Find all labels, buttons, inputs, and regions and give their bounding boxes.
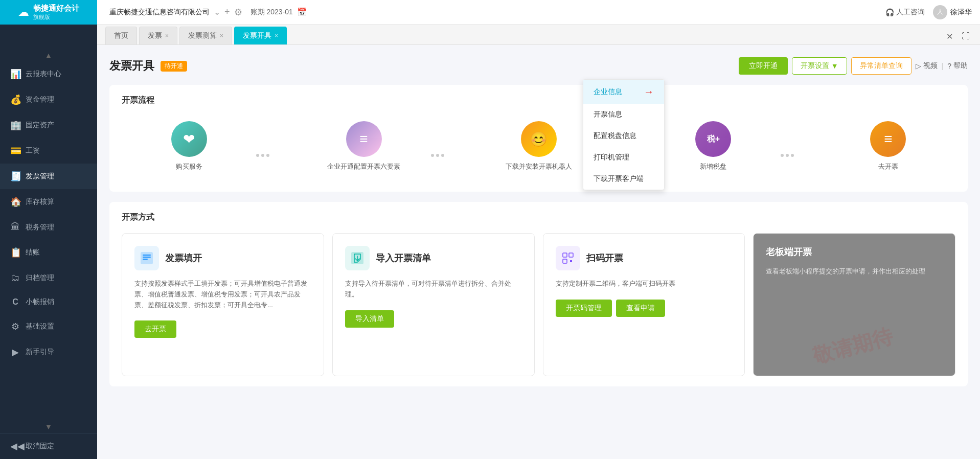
svg-rect-0 xyxy=(141,252,153,264)
import-list-button[interactable]: 导入清单 xyxy=(345,310,394,328)
methods-section-title: 开票方式 xyxy=(122,212,955,223)
payroll-icon: 💳 xyxy=(10,145,20,156)
tabs-bar: 首页 发票 × 发票测算 × 发票开具 × ✕ ⛶ xyxy=(97,25,980,45)
report-icon: C xyxy=(10,297,20,307)
tab-invoice-test-label: 发票测算 xyxy=(188,31,217,40)
svg-rect-2 xyxy=(143,257,151,258)
help-button[interactable]: ? 帮助 xyxy=(947,61,968,71)
flow-section-title: 开票流程 xyxy=(122,95,955,106)
qr-code-manage-button[interactable]: 开票码管理 xyxy=(556,300,612,317)
flow-step-download-label: 下载并安装开票机器人 xyxy=(506,162,572,171)
activate-button[interactable]: 立即开通 xyxy=(739,57,788,75)
sidebar-item-cloud-report[interactable]: 📊 云报表中心 xyxy=(0,61,97,87)
svg-rect-7 xyxy=(563,259,567,263)
flow-step-tax-disk-label: 新增税盘 xyxy=(700,162,726,171)
tab-home[interactable]: 首页 xyxy=(105,27,137,44)
method-boss-title: 老板端开票 xyxy=(766,246,812,258)
inventory-icon: 🏠 xyxy=(10,196,20,208)
flow-step-issue-label: 去开票 xyxy=(878,162,898,171)
header-actions: 立即开通 开票设置 ▼ 异常清单查询 ▷ 视频 | ? 帮助 xyxy=(739,57,968,75)
tab-maximize-button[interactable]: ⛶ xyxy=(960,30,972,42)
flow-section: 开票流程 ❤ 购买服务 xyxy=(109,85,968,192)
tab-invoice-issue[interactable]: 发票开具 × xyxy=(234,27,287,44)
sidebar-label-inventory: 库存核算 xyxy=(26,197,54,206)
sidebar-scroll-down[interactable]: ▼ xyxy=(0,421,97,433)
calendar-icon[interactable]: 📅 xyxy=(297,7,307,17)
sidebar-label-accounting: 结账 xyxy=(26,248,40,257)
sidebar-item-settings[interactable]: ⚙ 基础设置 xyxy=(0,314,97,339)
flow-step-tax-disk: 税+ 新增税盘 xyxy=(646,121,781,171)
method-card-scan: 扫码开票 支持定制开票二维码，客户端可扫码开票 开票码管理 查看申请 xyxy=(543,233,745,376)
accounting-icon: 📋 xyxy=(10,247,20,258)
view-apply-button[interactable]: 查看申请 xyxy=(616,300,665,317)
sidebar-label-payroll: 工资 xyxy=(26,146,40,155)
support-button[interactable]: 🎧 人工咨询 xyxy=(885,8,925,17)
sidebar-item-finance[interactable]: 💰 资金管理 xyxy=(0,87,97,112)
sidebar-item-assets[interactable]: 🏢 固定资产 xyxy=(0,112,97,138)
sidebar-item-invoice[interactable]: 🧾 发票管理 xyxy=(0,164,97,189)
settings-sidebar-icon: ⚙ xyxy=(10,321,20,332)
status-badge: 待开通 xyxy=(161,61,187,72)
tab-invoice-test[interactable]: 发票测算 × xyxy=(179,27,232,44)
method-card-import: 导入开票清单 支持导入待开票清单，可对待开票清单进行拆分、合并处理。 导入清单 xyxy=(332,233,535,376)
add-company-icon[interactable]: + xyxy=(224,7,230,17)
dropdown-item-company-info[interactable]: 企业信息 → xyxy=(583,80,664,104)
tab-invoice-test-close[interactable]: × xyxy=(220,32,223,39)
fill-invoice-button[interactable]: 去开票 xyxy=(134,320,176,338)
sidebar-label-settings: 基础设置 xyxy=(26,322,54,331)
sidebar-item-archive[interactable]: 🗂 归档管理 xyxy=(0,265,97,290)
flow-step-buy: ❤ 购买服务 xyxy=(122,121,256,171)
svg-rect-1 xyxy=(143,255,151,256)
method-scan-icon xyxy=(556,246,580,270)
sidebar-item-payroll[interactable]: 💳 工资 xyxy=(0,138,97,164)
dropdown-item-tax-disk[interactable]: 配置税盘信息 xyxy=(583,125,664,147)
flow-steps: ❤ 购买服务 ≡ xyxy=(122,116,955,181)
play-icon: ▷ xyxy=(916,62,921,70)
tab-invoice-close[interactable]: × xyxy=(165,32,169,39)
invoice-icon: 🧾 xyxy=(10,171,20,182)
sidebar-item-tax[interactable]: 🏛 税务管理 xyxy=(0,215,97,240)
method-import-icon xyxy=(345,246,370,270)
question-icon: ? xyxy=(947,62,951,70)
flow-connector-1 xyxy=(256,136,297,157)
dropdown-item-printer[interactable]: 打印机管理 xyxy=(583,147,664,168)
period-label: 账期 2023-01 xyxy=(250,8,293,17)
sidebar-item-unpin[interactable]: ◀◀ 取消固定 xyxy=(0,433,97,459)
dropdown-item-download-client[interactable]: 下载开票客户端 xyxy=(583,168,664,190)
tax-icon: 🏛 xyxy=(10,222,20,233)
top-bar: 重庆畅捷交通信息咨询有限公司 ⌄ + ⚙ 账期 2023-01 📅 🎧 人工咨询… xyxy=(0,0,980,25)
video-button[interactable]: ▷ 视频 xyxy=(916,61,938,71)
sidebar-label-unpin: 取消固定 xyxy=(26,442,54,451)
settings-icon[interactable]: ⚙ xyxy=(234,7,242,18)
method-scan-title: 扫码开票 xyxy=(586,252,623,264)
sidebar-item-report[interactable]: C 小畅报销 xyxy=(0,290,97,314)
sidebar-item-accounting[interactable]: 📋 结账 xyxy=(0,240,97,265)
tab-invoice[interactable]: 发票 × xyxy=(139,27,177,44)
company-name: 重庆畅捷交通信息咨询有限公司 xyxy=(109,8,210,17)
dropdown-item-invoice-info[interactable]: 开票信息 xyxy=(583,104,664,125)
page-content: 发票开具 待开通 立即开通 开票设置 ▼ 异常清单查询 ▷ 视频 | ? xyxy=(97,45,980,459)
svg-rect-3 xyxy=(143,259,148,260)
method-fill-icon xyxy=(134,246,159,270)
methods-grid: 发票填开 支持按照发票样式手工填开发票；可开具增值税电子普通发票、增值税普通发票… xyxy=(122,233,955,376)
sidebar-scroll-up[interactable]: ▲ xyxy=(0,49,97,61)
svg-rect-8 xyxy=(570,260,572,262)
flow-icon-download: 😊 xyxy=(521,121,557,157)
tab-close-button[interactable]: ✕ xyxy=(943,30,955,42)
tab-invoice-issue-close[interactable]: × xyxy=(275,32,278,39)
method-scan-desc: 支持定制开票二维码，客户端可扫码开票 xyxy=(556,279,733,289)
sidebar-label-finance: 资金管理 xyxy=(26,95,54,104)
pending-watermark: 敬请期待 xyxy=(810,322,896,371)
svg-rect-6 xyxy=(569,253,573,257)
sidebar-label-archive: 归档管理 xyxy=(26,273,54,283)
sidebar-item-inventory[interactable]: 🏠 库存核算 xyxy=(0,189,97,215)
tab-invoice-label: 发票 xyxy=(148,31,162,40)
sidebar-item-guide[interactable]: ▶ 新手引导 xyxy=(0,339,97,365)
page-title: 发票开具 xyxy=(109,58,154,74)
user-menu[interactable]: 人 徐泽华 xyxy=(933,5,972,19)
company-dropdown-icon[interactable]: ⌄ xyxy=(214,7,220,17)
top-bar-right: 🎧 人工咨询 人 徐泽华 xyxy=(885,5,972,19)
exception-list-button[interactable]: 异常清单查询 xyxy=(851,57,911,75)
settings-dropdown-button[interactable]: 开票设置 ▼ xyxy=(792,57,847,75)
assets-icon: 🏢 xyxy=(10,120,20,131)
